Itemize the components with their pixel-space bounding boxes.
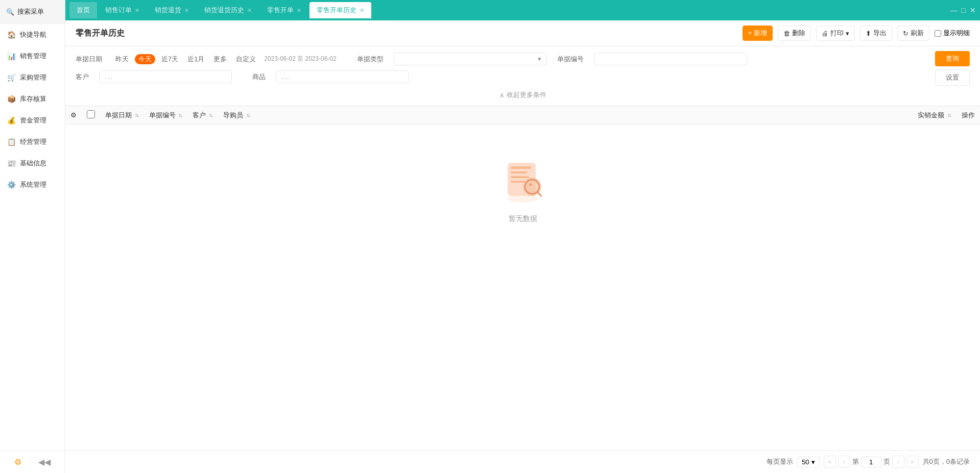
minimize-button[interactable]: — <box>950 6 958 14</box>
sidebar-item-label: 基础信息 <box>20 159 46 168</box>
date-opt-7days[interactable]: 近7天 <box>158 54 181 65</box>
sidebar-item-inventory[interactable]: 📦 库存核算 <box>0 88 65 110</box>
delete-button[interactable]: 🗑 删除 <box>778 26 811 41</box>
sidebar-search-label: 搜索采单 <box>17 7 44 16</box>
home-icon: 🏠 <box>7 31 16 39</box>
date-opt-1month[interactable]: 近1月 <box>184 54 207 65</box>
sidebar-item-operations[interactable]: 📋 经营管理 <box>0 131 65 153</box>
tab-retail-open-close[interactable]: ✕ <box>297 7 301 14</box>
sidebar-search[interactable]: 🔍 搜索采单 <box>0 0 65 24</box>
next-page-button[interactable]: › <box>892 456 904 468</box>
svg-rect-2 <box>511 166 531 169</box>
type-select[interactable]: ▾ <box>394 53 547 65</box>
system-icon: ⚙️ <box>7 181 16 189</box>
product-label: 商品 <box>252 72 266 82</box>
number-label: 单据编号 <box>557 55 584 64</box>
column-settings-icon[interactable]: ⚙ <box>70 111 77 119</box>
th-action: 操作 <box>957 106 980 125</box>
prev-page-button[interactable]: ‹ <box>838 456 850 468</box>
tab-retail-open[interactable]: 零售开单 ✕ <box>260 2 308 18</box>
basic-info-icon: 📰 <box>7 159 16 167</box>
date-opt-custom[interactable]: 自定义 <box>233 54 259 65</box>
tab-retail-open-history-close[interactable]: ✕ <box>360 7 364 14</box>
sidebar-item-label: 库存核算 <box>20 94 46 104</box>
first-page-button[interactable]: « <box>824 456 836 468</box>
sidebar-item-label: 采购管理 <box>20 73 46 82</box>
refresh-button-label: 刷新 <box>911 29 924 38</box>
page-title: 零售开单历史 <box>76 28 743 39</box>
product-select[interactable]: ... <box>276 70 409 83</box>
tab-sales-return-history-close[interactable]: ✕ <box>247 7 252 14</box>
table-area: ⚙ 单据日期 ⇅ 单据编号 ⇅ <box>65 106 980 473</box>
amount-sort-icon[interactable]: ⇅ <box>947 113 951 118</box>
finance-icon: 💰 <box>7 116 16 125</box>
sidebar-item-label: 销售管理 <box>20 52 46 61</box>
settings-filter-button[interactable]: 设置 <box>935 69 970 86</box>
close-button[interactable]: ✕ <box>970 6 976 14</box>
per-page-select[interactable]: 50 ▾ <box>797 457 819 467</box>
print-button[interactable]: 🖨 打印 ▾ <box>816 26 855 41</box>
delete-button-label: 删除 <box>792 29 805 38</box>
add-button[interactable]: + 新增 <box>743 26 773 41</box>
page-total: 共0页，0条记录 <box>923 457 970 466</box>
show-detail-toggle[interactable]: 显示明细 <box>935 29 970 38</box>
query-button[interactable]: 查询 <box>935 51 970 66</box>
filter-actions: 查询 设置 <box>935 51 970 86</box>
add-button-label: + 新增 <box>748 29 767 38</box>
date-opt-yesterday[interactable]: 昨天 <box>112 54 132 65</box>
sidebar-item-purchase-mgmt[interactable]: 🛒 采购管理 <box>0 67 65 88</box>
tab-sales-order-close[interactable]: ✕ <box>135 7 139 14</box>
svg-rect-5 <box>511 181 525 183</box>
date-sort-icon[interactable]: ⇅ <box>135 113 139 118</box>
th-guide-label: 导购员 <box>223 111 243 119</box>
date-opt-today[interactable]: 今天 <box>135 54 155 64</box>
tab-sales-return-close[interactable]: ✕ <box>184 7 189 14</box>
maximize-button[interactable]: □ <box>962 6 966 14</box>
tab-retail-open-history[interactable]: 零售开单历史 ✕ <box>309 2 371 18</box>
export-button[interactable]: ⬆ 导出 <box>860 26 892 41</box>
th-settings: ⚙ <box>65 106 82 125</box>
toolbar: + 新增 🗑 删除 🖨 打印 ▾ ⬆ 导出 ↻ 刷新 显示明细 <box>743 26 970 41</box>
query-button-label: 查询 <box>946 55 959 62</box>
sidebar-item-basic-info[interactable]: 📰 基础信息 <box>0 153 65 174</box>
tab-sales-order-label: 销售订单 <box>105 6 132 15</box>
number-sort-icon[interactable]: ⇅ <box>178 113 182 118</box>
tab-sales-return-history[interactable]: 销货退货历史 ✕ <box>197 2 259 18</box>
tab-sales-return[interactable]: 销货退货 ✕ <box>148 2 196 18</box>
settings-bottom-icon[interactable]: ⚙ <box>14 457 21 467</box>
sidebar-item-quick-nav[interactable]: 🏠 快捷导航 <box>0 24 65 45</box>
th-spacer <box>255 106 913 125</box>
select-all-checkbox[interactable] <box>87 110 95 118</box>
purchase-icon: 🛒 <box>7 73 16 82</box>
collapse-filter[interactable]: ∧ 收起更多条件 <box>76 88 970 99</box>
customer-select[interactable]: ... <box>99 70 232 83</box>
show-detail-checkbox[interactable] <box>935 30 941 37</box>
customer-sort-icon[interactable]: ⇅ <box>209 113 213 118</box>
guide-sort-icon[interactable]: ⇅ <box>246 113 250 118</box>
th-amount: 实销金额 ⇅ <box>913 106 957 125</box>
product-placeholder: ... <box>281 73 290 81</box>
inventory-icon: 📦 <box>7 95 16 103</box>
number-input[interactable] <box>594 53 747 65</box>
collapse-up-icon: ∧ <box>499 91 505 99</box>
collapse-sidebar-icon[interactable]: ◀◀ <box>38 457 51 467</box>
empty-text: 暂无数据 <box>509 214 537 223</box>
refresh-button[interactable]: ↻ 刷新 <box>897 26 929 41</box>
sidebar-item-system-mgmt[interactable]: ⚙️ 系统管理 <box>0 174 65 195</box>
sidebar-item-label: 系统管理 <box>20 180 46 189</box>
sidebar-item-sales-mgmt[interactable]: 📊 销售管理 <box>0 45 65 67</box>
date-opt-more[interactable]: 更多 <box>210 54 230 65</box>
tab-sales-order[interactable]: 销售订单 ✕ <box>98 2 147 18</box>
date-options: 昨天 今天 近7天 近1月 更多 自定义 2023-06-02 至 2023-0… <box>112 54 337 65</box>
date-range: 2023-06-02 至 2023-06-02 <box>264 55 336 63</box>
sidebar-item-finance[interactable]: 💰 资金管理 <box>0 110 65 131</box>
window-controls: — □ ✕ <box>950 6 976 14</box>
tab-home[interactable]: 首页 <box>69 2 97 18</box>
empty-state: 暂无数据 <box>65 125 980 254</box>
date-label: 单据日期 <box>76 55 102 64</box>
table-scroll[interactable]: ⚙ 单据日期 ⇅ 单据编号 ⇅ <box>65 106 980 450</box>
page-input[interactable] <box>861 457 881 467</box>
filter-row-2: 客户 ... 商品 ... <box>76 70 970 83</box>
last-page-button[interactable]: » <box>906 456 919 468</box>
customer-placeholder: ... <box>105 73 113 81</box>
